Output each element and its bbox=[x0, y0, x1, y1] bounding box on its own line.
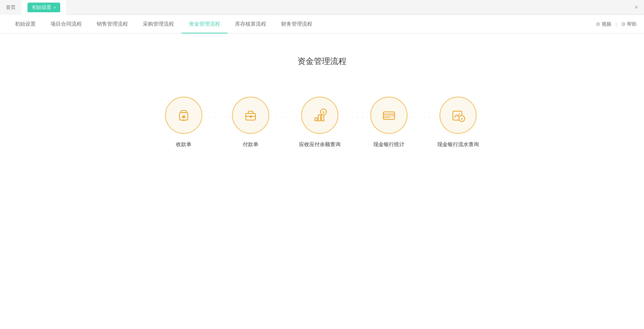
svg-text:¥: ¥ bbox=[249, 114, 252, 119]
flow-item-bank-stat[interactable]: 现金银行统计 bbox=[370, 97, 408, 148]
flow-circle-balance: ¥ bbox=[301, 97, 338, 134]
nav-bar: 初始设置 项目合同流程 销售管理流程 采购管理流程 资金管理流程 库存核算流程 … bbox=[0, 15, 644, 33]
svg-rect-12 bbox=[383, 112, 395, 119]
help-icon: ⊙ bbox=[621, 21, 625, 27]
balance-icon: ¥ bbox=[310, 106, 329, 125]
payment-icon: ¥ bbox=[241, 106, 260, 125]
window-close-button[interactable]: × bbox=[629, 0, 644, 15]
svg-text:¥: ¥ bbox=[322, 110, 324, 114]
video-icon: ⊙ bbox=[596, 21, 600, 27]
svg-rect-7 bbox=[315, 118, 317, 121]
video-label: 视频 bbox=[602, 21, 611, 28]
nav-item-capital[interactable]: 资金管理流程 bbox=[181, 15, 228, 33]
flow-circle-bank-flow: ¥ bbox=[439, 97, 477, 134]
nav-item-finance[interactable]: 财务管理流程 bbox=[274, 15, 320, 33]
nav-item-purchase[interactable]: 采购管理流程 bbox=[135, 15, 181, 33]
flow-label-receipt: 收款单 bbox=[176, 141, 191, 148]
flow-item-balance[interactable]: ¥ 应收应付余额查询 bbox=[299, 97, 341, 148]
bank-stat-icon bbox=[380, 106, 398, 125]
connector-4: · · · · · · bbox=[408, 114, 437, 120]
tab-active[interactable]: 初始设置 × bbox=[22, 0, 66, 15]
bank-flow-icon: ¥ bbox=[449, 106, 467, 125]
tab-home[interactable]: 首页 bbox=[0, 0, 22, 15]
tab-bar: 首页 初始设置 × × bbox=[0, 0, 644, 15]
connector-3: · · · · · · bbox=[341, 114, 370, 120]
svg-text:¥: ¥ bbox=[461, 117, 463, 121]
flow-item-payment[interactable]: ¥ 付款单 bbox=[232, 97, 269, 148]
video-link[interactable]: ⊙ 视频 bbox=[596, 21, 611, 28]
flow-label-bank-flow: 现金银行流水查询 bbox=[437, 141, 479, 148]
main-content: 初始设置 项目合同流程 销售管理流程 采购管理流程 资金管理流程 库存核算流程 … bbox=[0, 15, 644, 329]
nav-item-inventory[interactable]: 库存核算流程 bbox=[228, 15, 274, 33]
flow-circle-receipt: ¥ bbox=[165, 97, 202, 134]
nav-item-sales[interactable]: 销售管理流程 bbox=[89, 15, 135, 33]
flow-label-bank-stat: 现金银行统计 bbox=[373, 141, 405, 148]
flow-item-bank-flow[interactable]: ¥ 现金银行流水查询 bbox=[437, 97, 479, 148]
connector-2: · · · · · · bbox=[269, 114, 299, 120]
svg-rect-8 bbox=[318, 115, 321, 121]
flow-circle-payment: ¥ bbox=[232, 97, 269, 134]
tab-close-icon[interactable]: × bbox=[54, 5, 56, 10]
flow-container: ¥ 收款单 · · · · · · bbox=[165, 97, 479, 148]
help-label: 帮助 bbox=[627, 21, 637, 28]
receipt-icon: ¥ bbox=[174, 106, 193, 125]
flow-item-receipt[interactable]: ¥ 收款单 bbox=[165, 97, 202, 148]
page-title: 资金管理流程 bbox=[297, 56, 347, 67]
active-tab-label: 初始设置 bbox=[32, 4, 51, 11]
help-link[interactable]: ⊙ 帮助 bbox=[621, 21, 637, 28]
app-container: 首页 初始设置 × × 初始设置 项目合同流程 销售管理流程 采购管理流程 资金… bbox=[0, 0, 644, 329]
page-content: 资金管理流程 ¥ bbox=[0, 33, 644, 329]
nav-divider: | bbox=[616, 21, 617, 27]
flow-label-balance: 应收应付余额查询 bbox=[299, 141, 341, 148]
flow-label-payment: 付款单 bbox=[243, 141, 258, 148]
nav-right: ⊙ 视频 | ⊙ 帮助 bbox=[596, 21, 637, 28]
connector-1: · · · · · · bbox=[202, 114, 232, 120]
nav-item-project[interactable]: 项目合同流程 bbox=[43, 15, 89, 33]
nav-item-initial[interactable]: 初始设置 bbox=[7, 15, 43, 33]
flow-circle-bank-stat bbox=[370, 97, 408, 134]
